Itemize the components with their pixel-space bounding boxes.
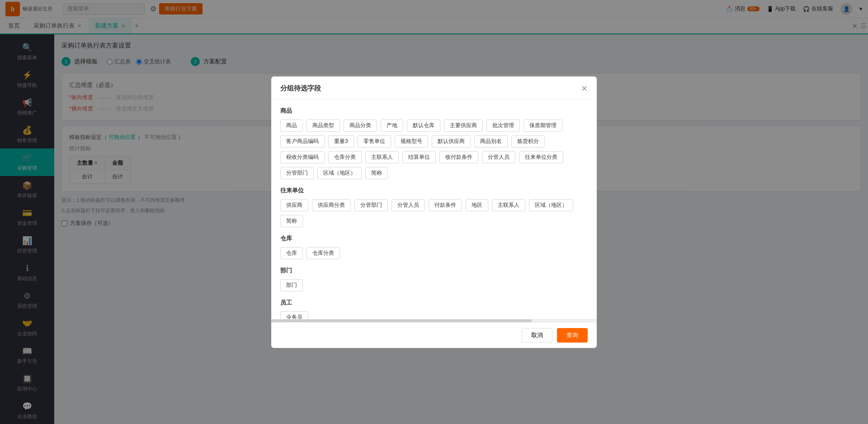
field-tag[interactable]: 批次管理 bbox=[486, 119, 520, 132]
modal-body: 商品 商品 商品类型 商品分类 产地 默认仓库 主要供应商 批次管理 保质期管理… bbox=[271, 100, 597, 319]
field-tag[interactable]: 部门 bbox=[280, 279, 303, 291]
field-select-modal: 分组待选字段 ✕ 商品 商品 商品类型 商品分类 产地 默认仓库 主要供应商 批… bbox=[271, 76, 597, 348]
field-tag[interactable]: 往来单位分类 bbox=[519, 151, 563, 163]
field-tag[interactable]: 主要供应商 bbox=[444, 119, 483, 132]
modal-overlay: 分组待选字段 ✕ 商品 商品 商品类型 商品分类 产地 默认仓库 主要供应商 批… bbox=[0, 0, 868, 424]
field-tag[interactable]: 付款条件 bbox=[429, 199, 462, 211]
field-tag[interactable]: 供应商 bbox=[280, 199, 308, 211]
field-tag[interactable]: 收付款条件 bbox=[439, 151, 478, 163]
modal-hscroll-thumb[interactable] bbox=[271, 319, 532, 322]
field-group-warehouse-title: 仓库 bbox=[280, 234, 588, 243]
field-group-staff: 员工 业务员 bbox=[280, 299, 588, 319]
field-tag[interactable]: 区域（地区） bbox=[317, 167, 362, 179]
field-tag[interactable]: 商品别名 bbox=[474, 135, 508, 148]
modal-cancel-btn[interactable]: 取消 bbox=[522, 328, 552, 343]
modal-confirm-btn[interactable]: 查询 bbox=[557, 328, 588, 343]
field-tag[interactable]: 分管部门 bbox=[354, 199, 388, 211]
field-group-product-title: 商品 bbox=[280, 107, 588, 115]
field-group-dept-tags: 部门 bbox=[280, 279, 588, 291]
field-tag[interactable]: 结算单位 bbox=[402, 151, 436, 163]
field-tag[interactable]: 规格型号 bbox=[395, 135, 428, 148]
field-group-partner-tags: 供应商 供应商分类 分管部门 分管人员 付款条件 地区 主联系人 区域（地区） … bbox=[280, 199, 588, 227]
field-tag[interactable]: 地区 bbox=[466, 199, 488, 211]
modal-header: 分组待选字段 ✕ bbox=[271, 76, 597, 100]
field-tag[interactable]: 商品类型 bbox=[307, 119, 340, 132]
field-tag[interactable]: 主联系人 bbox=[492, 199, 525, 211]
field-tag[interactable]: 区域（地区） bbox=[529, 199, 573, 211]
field-tag[interactable]: 供应商分类 bbox=[312, 199, 351, 211]
field-tag[interactable]: 重量3 bbox=[328, 135, 354, 148]
modal-title: 分组待选字段 bbox=[280, 84, 321, 93]
field-tag[interactable]: 简称 bbox=[365, 167, 388, 179]
field-tag[interactable]: 业务员 bbox=[280, 311, 308, 319]
field-group-staff-tags: 业务员 bbox=[280, 311, 588, 319]
modal-footer: 取消 查询 bbox=[271, 322, 597, 348]
field-tag[interactable]: 仓库分类 bbox=[328, 151, 362, 163]
field-tag[interactable]: 主联系人 bbox=[365, 151, 399, 163]
field-group-warehouse-tags: 仓库 仓库分类 bbox=[280, 247, 588, 259]
field-tag[interactable]: 分管人员 bbox=[482, 151, 515, 163]
field-tag[interactable]: 简称 bbox=[280, 215, 303, 227]
field-tag[interactable]: 仓库分类 bbox=[307, 247, 340, 259]
field-group-partner-title: 往来单位 bbox=[280, 186, 588, 195]
field-group-partner: 往来单位 供应商 供应商分类 分管部门 分管人员 付款条件 地区 主联系人 区域… bbox=[280, 186, 588, 227]
field-tag[interactable]: 税收分类编码 bbox=[280, 151, 325, 163]
modal-hscroll[interactable] bbox=[271, 319, 597, 322]
field-tag[interactable]: 仓库 bbox=[280, 247, 303, 259]
field-tag[interactable]: 默认仓库 bbox=[407, 119, 440, 132]
field-tag[interactable]: 默认供应商 bbox=[432, 135, 471, 148]
field-tag[interactable]: 客户商品编码 bbox=[280, 135, 325, 148]
field-tag[interactable]: 保质期管理 bbox=[524, 119, 562, 132]
field-group-dept: 部门 部门 bbox=[280, 267, 588, 291]
modal-close-btn[interactable]: ✕ bbox=[581, 84, 588, 94]
field-tag[interactable]: 商品分类 bbox=[344, 119, 377, 132]
field-group-staff-title: 员工 bbox=[280, 299, 588, 307]
field-group-product-tags: 商品 商品类型 商品分类 产地 默认仓库 主要供应商 批次管理 保质期管理 客户… bbox=[280, 119, 588, 179]
field-tag[interactable]: 分管人员 bbox=[392, 199, 425, 211]
field-tag[interactable]: 炼货积分 bbox=[511, 135, 545, 148]
field-tag[interactable]: 零售单位 bbox=[358, 135, 391, 148]
field-group-product: 商品 商品 商品类型 商品分类 产地 默认仓库 主要供应商 批次管理 保质期管理… bbox=[280, 107, 588, 179]
field-tag[interactable]: 商品 bbox=[280, 119, 303, 132]
field-tag[interactable]: 分管部门 bbox=[280, 167, 314, 179]
field-group-warehouse: 仓库 仓库 仓库分类 bbox=[280, 234, 588, 259]
field-tag[interactable]: 产地 bbox=[381, 119, 403, 132]
field-group-dept-title: 部门 bbox=[280, 267, 588, 275]
